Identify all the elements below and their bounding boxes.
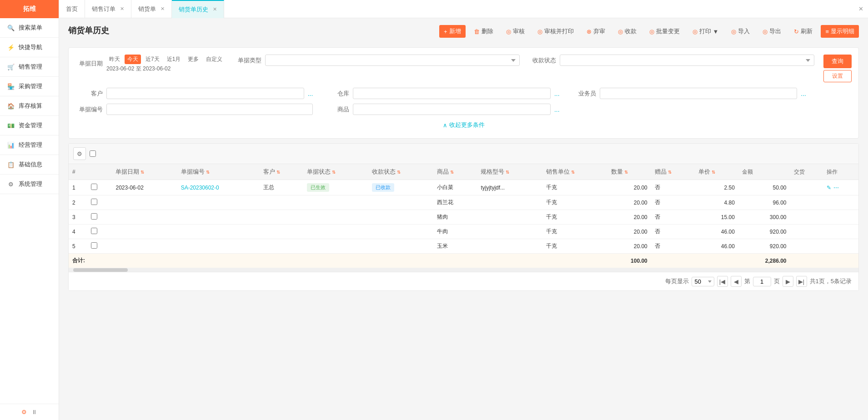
th-gift[interactable]: 赠品 ⇅	[651, 164, 695, 180]
customer-input[interactable]	[106, 88, 304, 99]
doc-no-input[interactable]	[106, 104, 313, 115]
tab-sales-order-close[interactable]: ✕	[120, 6, 124, 12]
payment-status-sort-icon[interactable]: ⇅	[397, 170, 401, 175]
doc-status-sort-icon[interactable]: ⇅	[332, 170, 336, 175]
date-tab-custom[interactable]: 自定义	[203, 55, 225, 64]
sidebar-bottom-icon2[interactable]: ⏸	[31, 409, 37, 415]
row-checkbox[interactable]	[91, 184, 97, 190]
th-payment-status[interactable]: 收款状态 ⇅	[368, 164, 433, 180]
cell-doc-no[interactable]	[177, 239, 260, 254]
date-tab-more[interactable]: 更多	[185, 55, 201, 64]
tab-sales-delivery-close[interactable]: ✕	[161, 6, 165, 12]
audit-button[interactable]: ◎ 审核	[502, 25, 529, 38]
row-checkbox[interactable]	[91, 199, 97, 205]
per-page-select[interactable]: 50 100	[692, 277, 714, 286]
scrollbar-thumb[interactable]	[73, 268, 128, 272]
doc-type-select[interactable]	[265, 55, 520, 66]
cell-checkbox[interactable]	[87, 239, 112, 254]
select-all-checkbox[interactable]	[90, 150, 96, 157]
tab-sales-delivery[interactable]: 销货单 ✕	[131, 0, 172, 18]
sidebar-bottom-icon1[interactable]: ⚙	[21, 409, 27, 415]
th-sales-unit[interactable]: 销售单位 ⇅	[542, 164, 607, 180]
audit-print-button[interactable]: ◎ 审核并打印	[533, 25, 578, 38]
payment-status-select[interactable]	[560, 55, 814, 66]
tab-sales-delivery-history[interactable]: 销货单历史 ✕	[172, 0, 224, 18]
add-button[interactable]: + 新增	[439, 25, 466, 38]
goods-input[interactable]	[353, 104, 551, 115]
print-button[interactable]: ◎ 打印 ▼	[688, 25, 723, 38]
first-page-button[interactable]: |◀	[717, 276, 728, 287]
cell-doc-no[interactable]	[177, 210, 260, 225]
sidebar-item-system[interactable]: ⚙ 系统管理	[0, 175, 59, 194]
cell-checkbox[interactable]	[87, 195, 112, 210]
warehouse-ellipsis[interactable]: ...	[554, 90, 560, 97]
next-page-button[interactable]: ▶	[783, 276, 793, 287]
sidebar-item-inventory[interactable]: 🏠 库存核算	[0, 96, 59, 116]
doc-date-sort-icon[interactable]: ⇅	[140, 170, 144, 175]
sidebar-item-finance[interactable]: 💵 资金管理	[0, 116, 59, 135]
customer-sort-icon[interactable]: ⇅	[276, 170, 280, 175]
set-button[interactable]: 设置	[823, 70, 852, 82]
date-tab-today[interactable]: 今天	[125, 55, 141, 64]
spec-sort-icon[interactable]: ⇅	[506, 170, 509, 175]
date-tab-7days[interactable]: 近7天	[143, 55, 162, 64]
row-checkbox[interactable]	[91, 213, 97, 220]
row-checkbox[interactable]	[91, 228, 97, 234]
tab-home[interactable]: 首页	[59, 0, 85, 18]
goods-sort-icon[interactable]: ⇅	[450, 170, 454, 175]
prev-page-button[interactable]: ◀	[731, 276, 742, 287]
th-doc-date[interactable]: 单据日期 ⇅	[112, 164, 177, 180]
table-settings-button[interactable]: ⚙	[73, 147, 86, 160]
doc-no-sort-icon[interactable]: ⇅	[206, 170, 210, 175]
quantity-sort-icon[interactable]: ⇅	[624, 170, 628, 175]
th-doc-status[interactable]: 单据状态 ⇅	[303, 164, 368, 180]
customer-ellipsis[interactable]: ...	[308, 90, 313, 97]
receive-button[interactable]: ◎ 收款	[613, 25, 641, 38]
refresh-button[interactable]: ↻ 刷新	[789, 25, 817, 38]
sales-unit-sort-icon[interactable]: ⇅	[571, 170, 575, 175]
th-customer[interactable]: 客户 ⇅	[260, 164, 303, 180]
sidebar-item-purchase[interactable]: 🏪 采购管理	[0, 77, 59, 96]
sidebar-item-basic-info[interactable]: 📋 基础信息	[0, 155, 59, 175]
warehouse-input[interactable]	[353, 88, 551, 99]
unit-price-sort-icon[interactable]: ⇅	[712, 170, 715, 175]
query-button[interactable]: 查询	[823, 55, 852, 68]
batch-change-button[interactable]: ◎ 批量变更	[645, 25, 684, 38]
import-button[interactable]: ◎ 导入	[727, 25, 754, 38]
th-doc-no[interactable]: 单据编号 ⇅	[177, 164, 260, 180]
horizontal-scrollbar[interactable]	[69, 268, 858, 272]
th-goods[interactable]: 商品 ⇅	[433, 164, 477, 180]
page-number-input[interactable]	[753, 277, 771, 286]
sidebar-item-operations[interactable]: 📊 经营管理	[0, 135, 59, 155]
sidebar-item-sales[interactable]: 🛒 销售管理	[0, 57, 59, 77]
date-tab-1month[interactable]: 近1月	[164, 55, 184, 64]
staff-input[interactable]	[600, 88, 798, 99]
date-tab-yesterday[interactable]: 昨天	[106, 55, 123, 64]
row-checkbox[interactable]	[91, 242, 97, 249]
cell-checkbox[interactable]	[87, 210, 112, 225]
cell-doc-no[interactable]	[177, 225, 260, 239]
collapse-filter[interactable]: ∧ 收起更多条件	[75, 119, 852, 131]
sidebar-item-search[interactable]: 🔍 搜索菜单	[0, 18, 59, 38]
abandon-button[interactable]: ⊗ 弃审	[582, 25, 610, 38]
staff-ellipsis[interactable]: ...	[801, 90, 806, 97]
th-quantity[interactable]: 数量 ⇅	[607, 164, 651, 180]
goods-ellipsis[interactable]: ...	[554, 106, 560, 113]
last-page-button[interactable]: ▶|	[796, 276, 807, 287]
tab-sales-delivery-history-close[interactable]: ✕	[213, 6, 217, 12]
edit-action-button[interactable]: ✎	[827, 185, 831, 191]
export-button[interactable]: ◎ 导出	[758, 25, 786, 38]
cell-doc-no[interactable]: SA-20230602-0	[177, 180, 260, 195]
cell-doc-no[interactable]	[177, 195, 260, 210]
show-detail-button[interactable]: ≡ 显示明细	[821, 25, 859, 38]
close-all-tabs[interactable]: ✕	[854, 5, 868, 12]
cell-checkbox[interactable]	[87, 180, 112, 195]
tab-sales-order[interactable]: 销售订单 ✕	[85, 0, 131, 18]
th-unit-price[interactable]: 单价 ⇅	[695, 164, 738, 180]
more-action-button[interactable]: ⋯	[833, 185, 839, 191]
cell-checkbox[interactable]	[87, 225, 112, 239]
sidebar-item-quick-nav[interactable]: ⚡ 快捷导航	[0, 38, 59, 57]
gift-sort-icon[interactable]: ⇅	[668, 170, 672, 175]
th-spec[interactable]: 规格型号 ⇅	[477, 164, 542, 180]
delete-button[interactable]: 🗑 删除	[469, 25, 498, 38]
